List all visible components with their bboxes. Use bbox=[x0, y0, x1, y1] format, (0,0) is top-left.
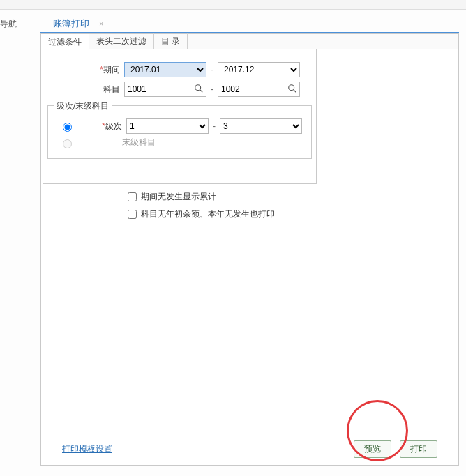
subject-label: 科目 bbox=[85, 84, 120, 95]
checkbox-no-opening[interactable] bbox=[128, 210, 137, 219]
template-settings-link[interactable]: 打印模板设置 bbox=[62, 443, 112, 455]
dash: - bbox=[211, 65, 213, 75]
subject-row: 科目 - bbox=[85, 82, 316, 97]
leaf-radio[interactable] bbox=[63, 139, 72, 148]
level-from-select[interactable]: 1 bbox=[126, 118, 209, 134]
dash: - bbox=[213, 121, 216, 131]
subject-to-input[interactable] bbox=[218, 82, 300, 97]
left-divider bbox=[27, 10, 27, 466]
period-to-select[interactable]: 2017.12 bbox=[218, 62, 300, 77]
close-icon[interactable]: × bbox=[99, 20, 103, 28]
level-to-select[interactable]: 3 bbox=[220, 118, 302, 134]
content-frame: 过滤条件 表头二次过滤 目 录 *期间 2017.01 - 2017.12 科目 bbox=[40, 33, 459, 466]
level-radio[interactable] bbox=[63, 123, 72, 132]
filter-panel: *期间 2017.01 - 2017.12 科目 - bbox=[43, 49, 317, 184]
checkbox-no-opening-label: 科目无年初余额、本年无发生也打印 bbox=[141, 208, 275, 220]
subject-from-input[interactable] bbox=[124, 82, 206, 97]
checkbox-cumulative-row: 期间无发生显示累计 bbox=[125, 190, 275, 204]
button-group: 预览 打印 bbox=[354, 440, 437, 458]
dash: - bbox=[211, 84, 213, 94]
checkbox-no-opening-row: 科目无年初余额、本年无发生也打印 bbox=[125, 208, 275, 221]
level-fieldset: 级次/末级科目 *级次 1 - 3 末级科目 bbox=[47, 105, 312, 159]
level-row: *级次 1 - 3 bbox=[59, 118, 308, 134]
tab-ledger-print[interactable]: 账簿打印 bbox=[49, 15, 93, 32]
period-label: *期间 bbox=[85, 64, 120, 76]
checkbox-cumulative-label: 期间无发生显示累计 bbox=[141, 191, 216, 203]
sub-tab-bar: 过滤条件 表头二次过滤 目 录 bbox=[41, 34, 458, 49]
preview-button[interactable]: 预览 bbox=[354, 440, 391, 458]
period-from-select[interactable]: 2017.01 bbox=[124, 62, 206, 77]
tab-toc[interactable]: 目 录 bbox=[154, 33, 188, 49]
nav-label: 导航 bbox=[0, 18, 17, 30]
tab-header-secondary[interactable]: 表头二次过滤 bbox=[89, 33, 154, 49]
period-row: *期间 2017.01 - 2017.12 bbox=[85, 62, 316, 77]
bottom-bar: 打印模板设置 预览 打印 bbox=[41, 440, 458, 458]
print-button[interactable]: 打印 bbox=[400, 440, 437, 458]
leaf-label: 末级科目 bbox=[122, 137, 156, 148]
level-label: *级次 bbox=[87, 121, 122, 132]
leaf-row: 末级科目 bbox=[59, 137, 308, 148]
main-tab-row: 账簿打印 × bbox=[40, 15, 459, 33]
top-bar bbox=[0, 0, 466, 10]
tab-filter[interactable]: 过滤条件 bbox=[41, 33, 89, 51]
checkbox-cumulative[interactable] bbox=[128, 192, 137, 201]
fieldset-legend: 级次/末级科目 bbox=[54, 100, 112, 112]
